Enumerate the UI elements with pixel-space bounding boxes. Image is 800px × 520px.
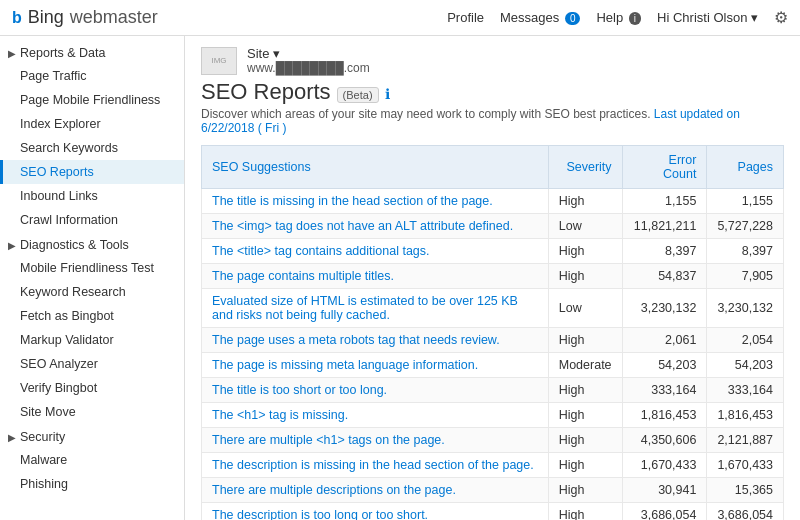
sidebar-item-page-mobile-friendliness[interactable]: Page Mobile Friendliness (0, 88, 184, 112)
severity-cell: High (548, 189, 622, 214)
suggestion-link[interactable]: The description is too long or too short… (212, 508, 428, 520)
severity-cell: High (548, 403, 622, 428)
site-thumbnail: IMG (201, 47, 237, 75)
sidebar-item-fetch-as-bingbot[interactable]: Fetch as Bingbot (0, 304, 184, 328)
suggestion-link[interactable]: The title is too short or too long. (212, 383, 387, 397)
pages-cell: 3,686,054 (707, 503, 784, 521)
site-label: Site (247, 46, 269, 61)
logo-bing-text: Bing (28, 7, 64, 28)
table-row: The description is missing in the head s… (202, 453, 784, 478)
sidebar-item-seo-reports[interactable]: SEO Reports (0, 160, 184, 184)
error-count-cell: 54,203 (622, 353, 707, 378)
table-row: There are multiple <h1> tags on the page… (202, 428, 784, 453)
info-icon[interactable]: ℹ (385, 86, 390, 102)
sidebar-item-crawl-information[interactable]: Crawl Information (0, 208, 184, 232)
severity-cell: High (548, 503, 622, 521)
severity-cell: Moderate (548, 353, 622, 378)
error-count-cell: 333,164 (622, 378, 707, 403)
header: b Bing webmaster Profile Messages 0 Help… (0, 0, 800, 36)
user-menu[interactable]: Hi Christi Olson ▾ (657, 10, 758, 25)
messages-badge: 0 (565, 12, 581, 25)
severity-cell: High (548, 428, 622, 453)
error-count-cell: 1,816,453 (622, 403, 707, 428)
severity-cell: High (548, 378, 622, 403)
table-row: The <title> tag contains additional tags… (202, 239, 784, 264)
suggestion-link[interactable]: The description is missing in the head s… (212, 458, 534, 472)
pages-cell: 2,121,887 (707, 428, 784, 453)
sidebar-section-2[interactable]: ▶ Security (0, 424, 184, 448)
error-count-cell: 4,350,606 (622, 428, 707, 453)
severity-cell: Low (548, 289, 622, 328)
seo-table: SEO Suggestions Severity Error Count Pag… (201, 145, 784, 520)
sidebar-item-index-explorer[interactable]: Index Explorer (0, 112, 184, 136)
col-pages: Pages (707, 146, 784, 189)
error-count-cell: 1,155 (622, 189, 707, 214)
sidebar-item-markup-validator[interactable]: Markup Validator (0, 328, 184, 352)
suggestion-link[interactable]: The <img> tag does not have an ALT attri… (212, 219, 513, 233)
pages-cell: 8,397 (707, 239, 784, 264)
severity-cell: High (548, 264, 622, 289)
page-title-row: SEO Reports (Beta) ℹ (201, 79, 784, 105)
pages-cell: 1,670,433 (707, 453, 784, 478)
sidebar-item-seo-analyzer[interactable]: SEO Analyzer (0, 352, 184, 376)
table-body: The title is missing in the head section… (202, 189, 784, 521)
sidebar-item-phishing[interactable]: Phishing (0, 472, 184, 496)
pages-cell: 7,905 (707, 264, 784, 289)
sidebar-item-site-move[interactable]: Site Move (0, 400, 184, 424)
main-layout: ▶ Reports & DataPage TrafficPage Mobile … (0, 36, 800, 520)
sidebar-item-inbound-links[interactable]: Inbound Links (0, 184, 184, 208)
suggestion-link[interactable]: The <h1> tag is missing. (212, 408, 348, 422)
suggestion-link[interactable]: The <title> tag contains additional tags… (212, 244, 430, 258)
logo: b Bing webmaster (12, 7, 158, 28)
suggestion-link[interactable]: The page is missing meta language inform… (212, 358, 478, 372)
sidebar-item-search-keywords[interactable]: Search Keywords (0, 136, 184, 160)
pages-cell: 333,164 (707, 378, 784, 403)
help-badge: i (629, 12, 641, 25)
header-nav: Profile Messages 0 Help i Hi Christi Ols… (447, 8, 788, 27)
sidebar-item-verify-bingbot[interactable]: Verify Bingbot (0, 376, 184, 400)
site-name-row[interactable]: Site ▾ (247, 46, 370, 61)
sidebar-item-keyword-research[interactable]: Keyword Research (0, 280, 184, 304)
suggestion-link[interactable]: There are multiple descriptions on the p… (212, 483, 456, 497)
pages-cell: 1,155 (707, 189, 784, 214)
profile-link[interactable]: Profile (447, 10, 484, 25)
sidebar-section-1[interactable]: ▶ Diagnostics & Tools (0, 232, 184, 256)
pages-cell: 15,365 (707, 478, 784, 503)
severity-cell: High (548, 239, 622, 264)
suggestion-link[interactable]: There are multiple <h1> tags on the page… (212, 433, 445, 447)
table-row: The <h1> tag is missing.High1,816,4531,8… (202, 403, 784, 428)
error-count-cell: 3,230,132 (622, 289, 707, 328)
subtitle: Discover which areas of your site may ne… (201, 107, 784, 135)
help-link[interactable]: Help i (596, 10, 641, 25)
sidebar-item-mobile-friendliness-test[interactable]: Mobile Friendliness Test (0, 256, 184, 280)
caret-icon: ▶ (8, 48, 16, 59)
error-count-cell: 54,837 (622, 264, 707, 289)
table-row: The title is missing in the head section… (202, 189, 784, 214)
gear-icon[interactable]: ⚙ (774, 8, 788, 27)
page-title: SEO Reports (201, 79, 331, 105)
severity-cell: Low (548, 214, 622, 239)
sidebar-section-0[interactable]: ▶ Reports & Data (0, 40, 184, 64)
beta-badge: (Beta) (337, 87, 379, 103)
table-row: There are multiple descriptions on the p… (202, 478, 784, 503)
sidebar-item-page-traffic[interactable]: Page Traffic (0, 64, 184, 88)
table-row: The <img> tag does not have an ALT attri… (202, 214, 784, 239)
product-name: webmaster (70, 7, 158, 28)
severity-cell: High (548, 328, 622, 353)
suggestion-link[interactable]: The page contains multiple titles. (212, 269, 394, 283)
col-error-count: Error Count (622, 146, 707, 189)
pages-cell: 3,230,132 (707, 289, 784, 328)
error-count-cell: 2,061 (622, 328, 707, 353)
suggestion-link[interactable]: Evaluated size of HTML is estimated to b… (212, 294, 518, 322)
sidebar-item-malware[interactable]: Malware (0, 448, 184, 472)
table-header: SEO Suggestions Severity Error Count Pag… (202, 146, 784, 189)
error-count-cell: 1,670,433 (622, 453, 707, 478)
table-row: The page contains multiple titles.High54… (202, 264, 784, 289)
error-count-cell: 8,397 (622, 239, 707, 264)
suggestion-link[interactable]: The title is missing in the head section… (212, 194, 493, 208)
suggestion-link[interactable]: The page uses a meta robots tag that nee… (212, 333, 500, 347)
error-count-cell: 11,821,211 (622, 214, 707, 239)
table-row: Evaluated size of HTML is estimated to b… (202, 289, 784, 328)
messages-link[interactable]: Messages 0 (500, 10, 580, 25)
pages-cell: 5,727,228 (707, 214, 784, 239)
